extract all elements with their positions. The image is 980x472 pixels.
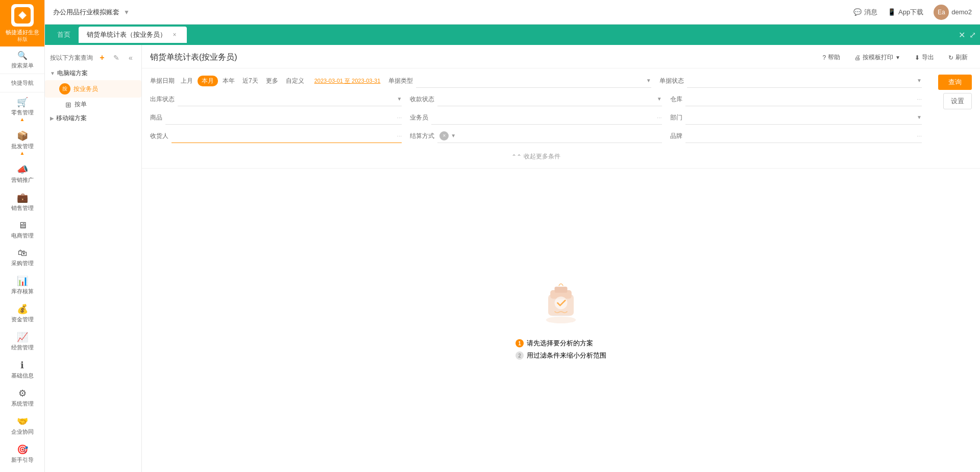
date-tab-custom[interactable]: 自定义 bbox=[283, 76, 307, 86]
empty-illustration bbox=[535, 277, 586, 328]
tab-close-window[interactable]: ✕ bbox=[959, 30, 965, 40]
filter-row-3: 商品 ··· 业务员 ··· bbox=[150, 110, 922, 125]
scheme-by-salesperson[interactable]: 按 按业务员 bbox=[45, 80, 141, 98]
query-button[interactable]: 查询 bbox=[938, 75, 972, 90]
receipt-status-input[interactable]: ▼ bbox=[437, 92, 662, 106]
app-download-button[interactable]: 📱 App下载 bbox=[888, 8, 923, 17]
sidebar-item-wholesale[interactable]: 📦 批发管理 ▲ bbox=[0, 126, 44, 160]
filter-out-status: 出库状态 ▼ bbox=[150, 92, 402, 106]
doc-type-input[interactable]: ▼ bbox=[416, 74, 651, 88]
basic-label: 基础信息 bbox=[11, 372, 34, 380]
mobile-group-icon: ▶ bbox=[50, 115, 54, 121]
svg-point-2 bbox=[546, 317, 576, 323]
message-label: 消息 bbox=[864, 8, 877, 17]
collapse-button[interactable]: ⌃⌃ 收起更多条件 bbox=[511, 149, 560, 164]
main-area: 办公用品行业模拟账套 ▼ 💬 消息 📱 App下载 Ea demo2 首页 bbox=[45, 0, 980, 472]
empty-label-1: 请先选择要分析的方案 bbox=[527, 339, 593, 348]
inventory-label: 库存核算 bbox=[11, 288, 34, 295]
receipt-status-arrow: ▼ bbox=[657, 96, 662, 102]
filter-receipt-status: 收款状态 ▼ bbox=[410, 92, 662, 106]
help-button[interactable]: ? 帮助 bbox=[818, 51, 844, 64]
sidebar-item-sales[interactable]: 💼 销售管理 bbox=[0, 188, 44, 216]
wholesale-icon: 📦 bbox=[17, 130, 28, 141]
warehouse-dots: ··· bbox=[917, 96, 922, 103]
payment-clear-button[interactable]: × bbox=[439, 131, 449, 140]
warehouse-input[interactable]: ··· bbox=[685, 92, 922, 106]
receipt-status-label: 收款状态 bbox=[410, 95, 434, 104]
refresh-button[interactable]: ↻ 刷新 bbox=[944, 51, 972, 64]
tab-close-button[interactable]: × bbox=[170, 31, 179, 39]
filter-consignee: 收货人 ··· bbox=[150, 129, 402, 143]
query-buttons: 查询 设置 bbox=[930, 68, 980, 115]
date-tab-last-month[interactable]: 上月 bbox=[178, 76, 196, 86]
svg-point-1 bbox=[20, 13, 24, 17]
goods-input[interactable]: ··· bbox=[165, 110, 402, 125]
page-actions: ? 帮助 🖨 按模板打印 ▼ ⬇ 导出 ↻ 刷新 bbox=[818, 51, 972, 64]
basic-icon: ℹ bbox=[20, 360, 24, 371]
dot-1: 1 bbox=[516, 339, 524, 347]
doc-status-input[interactable]: ▼ bbox=[687, 74, 922, 88]
out-status-input[interactable]: ▼ bbox=[178, 92, 402, 106]
filter-payment: 结算方式 × ▼ bbox=[410, 129, 662, 143]
sidebar-item-inventory[interactable]: 📊 库存核算 bbox=[0, 271, 44, 299]
salesperson-input[interactable]: ··· bbox=[431, 110, 662, 125]
add-scheme-button[interactable]: + bbox=[96, 52, 108, 63]
search-label: 搜索菜单 bbox=[11, 62, 34, 69]
filter-doc-type: 单据类型 ▼ bbox=[388, 74, 651, 88]
department-input[interactable]: ▼ bbox=[685, 110, 922, 125]
sidebar-item-basic[interactable]: ℹ 基础信息 bbox=[0, 356, 44, 384]
brand-label: 品牌 bbox=[670, 132, 682, 140]
sidebar-item-retail[interactable]: 🛒 零售管理 ▲ bbox=[0, 92, 44, 126]
date-tab-this-year[interactable]: 本年 bbox=[219, 76, 238, 86]
message-button[interactable]: 💬 消息 bbox=[853, 8, 877, 17]
export-button[interactable]: ⬇ 导出 bbox=[911, 51, 938, 64]
sidebar-search[interactable]: 🔍 搜索菜单 bbox=[0, 46, 44, 74]
desktop-group-label: 电脑端方案 bbox=[57, 69, 88, 78]
sidebar-item-purchase[interactable]: 🛍 采购管理 bbox=[0, 244, 44, 271]
empty-text-area: 1 请先选择要分析的方案 2 用过滤条件来缩小分析范围 bbox=[516, 339, 606, 363]
app-download-label: App下载 bbox=[898, 8, 923, 17]
tab-maximize-button[interactable]: ⤢ bbox=[969, 30, 976, 40]
desktop-group-header[interactable]: ▼ 电脑端方案 bbox=[45, 66, 141, 80]
tab-home[interactable]: 首页 bbox=[49, 27, 79, 43]
account-dropdown-icon[interactable]: ▼ bbox=[124, 9, 130, 16]
sidebar-item-marketing[interactable]: 📣 营销推广 bbox=[0, 160, 44, 188]
finance-label: 资金管理 bbox=[11, 316, 34, 323]
date-tab-last7[interactable]: 近7天 bbox=[239, 76, 261, 86]
print-button[interactable]: 🖨 按模板打印 ▼ bbox=[850, 51, 904, 64]
scheme-by-order[interactable]: ⊞ 按单 bbox=[45, 98, 141, 111]
refresh-label: 刷新 bbox=[955, 53, 968, 62]
brand-input[interactable]: ··· bbox=[685, 129, 922, 143]
edit-scheme-button[interactable]: ✎ bbox=[111, 52, 122, 63]
date-range-display[interactable]: 2023-03-01 至 2023-03-31 bbox=[314, 77, 381, 85]
content-area: 按以下方案查询 + ✎ « ▼ 电脑端方案 按 按业务员 ⊞ 按 bbox=[45, 45, 980, 472]
empty-label-2: 用过滤条件来缩小分析范围 bbox=[527, 351, 606, 360]
consignee-input[interactable]: ··· bbox=[172, 129, 402, 143]
quick-nav[interactable]: 快捷导航 bbox=[0, 74, 44, 92]
retail-label: 零售管理 bbox=[11, 109, 34, 116]
print-label: 按模板打印 bbox=[863, 53, 893, 62]
payment-input[interactable]: × ▼ bbox=[437, 129, 662, 143]
svg-rect-5 bbox=[555, 287, 568, 293]
sidebar-item-appcenter[interactable]: 🗂 应用中心 bbox=[0, 468, 44, 472]
sidebar-item-system[interactable]: ⚙ 系统管理 bbox=[0, 384, 44, 412]
date-tab-this-month[interactable]: 本月 bbox=[198, 76, 218, 86]
collapse-panel-button[interactable]: « bbox=[125, 52, 136, 63]
sidebar-item-newuser[interactable]: 🎯 新手引导 bbox=[0, 440, 44, 468]
inventory-icon: 📊 bbox=[17, 275, 28, 287]
sidebar-item-operation[interactable]: 📈 经营管理 bbox=[0, 327, 44, 356]
right-panel: 销货单统计表(按业务员) ? 帮助 🖨 按模板打印 ▼ ⬇ 导出 bbox=[142, 45, 980, 472]
doc-status-arrow: ▼ bbox=[917, 78, 922, 83]
tab-sales-stat[interactable]: 销货单统计表（按业务员） × bbox=[79, 27, 187, 43]
settings-button[interactable]: 设置 bbox=[943, 93, 972, 109]
app-logo[interactable]: 畅捷通好生意 标版 bbox=[0, 0, 44, 46]
sidebar-item-finance[interactable]: 💰 资金管理 bbox=[0, 299, 44, 327]
mobile-group[interactable]: ▶ 移动端方案 bbox=[45, 111, 141, 125]
avatar: Ea bbox=[934, 5, 949, 20]
marketing-icon: 📣 bbox=[17, 164, 28, 175]
user-profile[interactable]: Ea demo2 bbox=[934, 5, 972, 20]
sidebar-item-ecommerce[interactable]: 🖥 电商管理 bbox=[0, 216, 44, 244]
date-tab-more[interactable]: 更多 bbox=[263, 76, 281, 86]
system-icon: ⚙ bbox=[18, 388, 27, 399]
sidebar-item-enterprise[interactable]: 🤝 企业协同 bbox=[0, 412, 44, 440]
